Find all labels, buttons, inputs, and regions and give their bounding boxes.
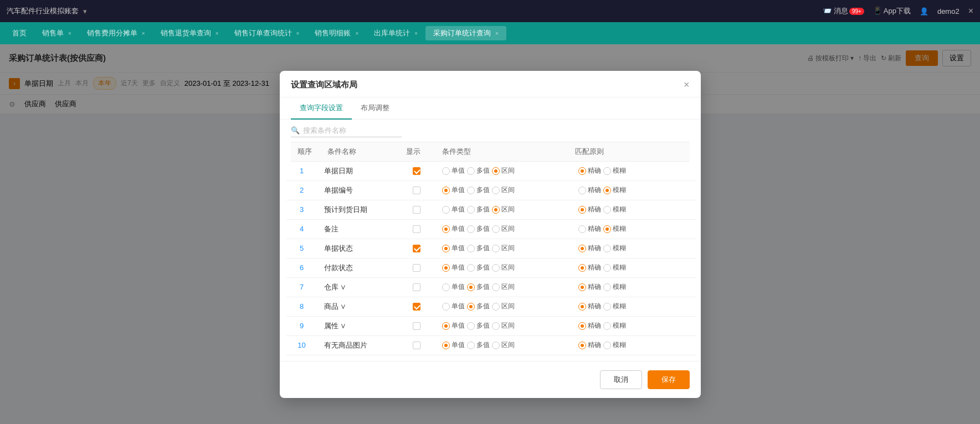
radio-dot-icon[interactable] — [603, 283, 611, 291]
cancel-button[interactable]: 取消 — [600, 370, 642, 389]
show-checkbox[interactable] — [413, 342, 420, 349]
type-radio-option[interactable]: 多值 — [467, 282, 490, 292]
radio-dot-icon[interactable] — [467, 206, 475, 214]
radio-dot-icon[interactable] — [578, 303, 586, 311]
radio-dot-icon[interactable] — [492, 264, 500, 272]
show-checkbox[interactable] — [413, 206, 420, 214]
radio-dot-icon[interactable] — [467, 167, 475, 175]
radio-dot-icon[interactable] — [603, 187, 611, 194]
type-radio-option[interactable]: 多值 — [467, 166, 490, 175]
type-radio-option[interactable]: 多值 — [467, 244, 490, 253]
show-checkbox[interactable] — [413, 283, 420, 291]
type-radio-option[interactable]: 多值 — [467, 340, 490, 350]
search-input[interactable] — [303, 126, 402, 135]
radio-dot-icon[interactable] — [467, 283, 475, 291]
type-radio-option[interactable]: 区间 — [492, 244, 515, 253]
row-show-cell[interactable] — [398, 277, 435, 297]
row-show-cell[interactable] — [398, 258, 435, 277]
match-radio-option[interactable]: 模糊 — [603, 166, 626, 175]
match-radio-option[interactable]: 精确 — [578, 224, 601, 234]
type-radio-option[interactable]: 区间 — [492, 263, 515, 272]
row-show-cell[interactable] — [398, 200, 435, 219]
row-show-cell[interactable] — [398, 316, 435, 335]
nav-tab-sales[interactable]: 销售单 × — [34, 26, 79, 40]
radio-dot-icon[interactable] — [492, 342, 500, 349]
radio-dot-icon[interactable] — [603, 245, 611, 252]
radio-dot-icon[interactable] — [603, 342, 611, 349]
type-radio-option[interactable]: 单值 — [442, 321, 465, 330]
radio-dot-icon[interactable] — [578, 225, 586, 233]
match-radio-option[interactable]: 精确 — [578, 302, 601, 311]
match-radio-option[interactable]: 模糊 — [603, 321, 626, 330]
radio-dot-icon[interactable] — [492, 187, 500, 194]
type-radio-option[interactable]: 区间 — [492, 340, 515, 350]
show-checkbox[interactable] — [413, 303, 420, 311]
radio-dot-icon[interactable] — [492, 206, 500, 214]
radio-dot-icon[interactable] — [578, 322, 586, 330]
radio-dot-icon[interactable] — [467, 225, 475, 233]
match-radio-option[interactable]: 精确 — [578, 263, 601, 272]
tab-field-settings[interactable]: 查询字段设置 — [291, 97, 352, 120]
radio-dot-icon[interactable] — [578, 342, 586, 349]
show-checkbox[interactable] — [413, 225, 420, 233]
type-radio-option[interactable]: 单值 — [442, 244, 465, 253]
radio-dot-icon[interactable] — [442, 322, 450, 330]
nav-tab-home[interactable]: 首页 — [4, 26, 34, 40]
row-show-cell[interactable] — [398, 239, 435, 258]
match-radio-option[interactable]: 模糊 — [603, 205, 626, 214]
radio-dot-icon[interactable] — [442, 342, 450, 349]
type-radio-option[interactable]: 多值 — [467, 263, 490, 272]
match-radio-option[interactable]: 模糊 — [603, 224, 626, 234]
match-radio-option[interactable]: 模糊 — [603, 185, 626, 195]
match-radio-option[interactable]: 模糊 — [603, 263, 626, 272]
match-radio-option[interactable]: 精确 — [578, 340, 601, 350]
type-radio-option[interactable]: 多值 — [467, 224, 490, 234]
radio-dot-icon[interactable] — [578, 264, 586, 272]
radio-dot-icon[interactable] — [492, 322, 500, 330]
radio-dot-icon[interactable] — [467, 264, 475, 272]
radio-dot-icon[interactable] — [467, 187, 475, 194]
type-radio-option[interactable]: 单值 — [442, 185, 465, 195]
row-show-cell[interactable] — [398, 162, 435, 181]
radio-dot-icon[interactable] — [578, 206, 586, 214]
radio-dot-icon[interactable] — [603, 264, 611, 272]
radio-dot-icon[interactable] — [578, 187, 586, 194]
row-show-cell[interactable] — [398, 180, 435, 200]
topbar-close-button[interactable]: × — [968, 6, 973, 16]
show-checkbox[interactable] — [413, 187, 420, 194]
show-checkbox[interactable] — [413, 245, 420, 252]
row-show-cell[interactable] — [398, 219, 435, 239]
radio-dot-icon[interactable] — [492, 167, 500, 175]
radio-dot-icon[interactable] — [467, 303, 475, 311]
radio-dot-icon[interactable] — [442, 303, 450, 311]
radio-dot-icon[interactable] — [603, 225, 611, 233]
match-radio-option[interactable]: 模糊 — [603, 282, 626, 292]
radio-dot-icon[interactable] — [492, 303, 500, 311]
type-radio-option[interactable]: 多值 — [467, 302, 490, 311]
nav-tab-purchase[interactable]: 采购订单统计查询 × — [425, 26, 506, 40]
type-radio-option[interactable]: 单值 — [442, 302, 465, 311]
show-checkbox[interactable] — [413, 322, 420, 330]
radio-dot-icon[interactable] — [467, 342, 475, 349]
match-radio-option[interactable]: 精确 — [578, 185, 601, 195]
type-radio-option[interactable]: 区间 — [492, 321, 515, 330]
type-radio-option[interactable]: 单值 — [442, 282, 465, 292]
radio-dot-icon[interactable] — [578, 283, 586, 291]
type-radio-option[interactable]: 单值 — [442, 205, 465, 214]
radio-dot-icon[interactable] — [442, 283, 450, 291]
nav-tab-salesfee[interactable]: 销售费用分摊单 × — [79, 26, 153, 40]
app-download[interactable]: 📱 App下载 — [873, 6, 911, 16]
type-radio-option[interactable]: 区间 — [492, 185, 515, 195]
radio-dot-icon[interactable] — [603, 303, 611, 311]
type-radio-option[interactable]: 单值 — [442, 224, 465, 234]
radio-dot-icon[interactable] — [442, 264, 450, 272]
match-radio-option[interactable]: 精确 — [578, 166, 601, 175]
radio-dot-icon[interactable] — [442, 245, 450, 252]
radio-dot-icon[interactable] — [442, 206, 450, 214]
show-checkbox[interactable] — [413, 167, 420, 175]
nav-tab-outbound[interactable]: 出库单统计 × — [366, 26, 425, 40]
type-radio-option[interactable]: 多值 — [467, 321, 490, 330]
nav-tab-salesreturn[interactable]: 销售退货单查询 × — [153, 26, 227, 40]
radio-dot-icon[interactable] — [442, 167, 450, 175]
match-radio-option[interactable]: 模糊 — [603, 244, 626, 253]
